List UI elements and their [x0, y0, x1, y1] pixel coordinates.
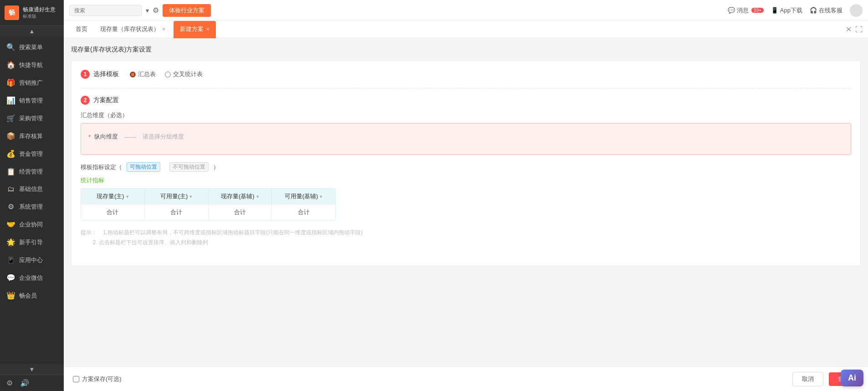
sidebar-item-basic-info[interactable]: 🗂基础信息 [0, 180, 64, 198]
search-dropdown-button[interactable]: ▾ [146, 7, 149, 14]
tab-new-scheme-close[interactable]: × [206, 26, 209, 32]
tab-inventory-close[interactable]: × [162, 26, 165, 32]
sidebar-item-business[interactable]: 📋经营管理 [0, 163, 64, 180]
stats-cell-2: 合计 [209, 205, 272, 220]
section2-num: 2 [81, 96, 90, 105]
sidebar-icon-search: 🔍 [6, 43, 15, 51]
stats-col-3[interactable]: 可用量(基辅)▾ [272, 189, 335, 204]
sidebar-item-member[interactable]: 👑畅会员 [0, 287, 64, 304]
sidebar-item-newbie[interactable]: 🌟新手引导 [0, 233, 64, 251]
tab-home[interactable]: 首页 [69, 21, 94, 38]
stats-col-1[interactable]: 可用量(主)▾ [145, 189, 209, 204]
radio-cross[interactable]: 交叉统计表 [165, 70, 203, 78]
col-chevron-1: ▾ [189, 194, 192, 200]
dim-placeholder[interactable]: 请选择分组维度 [143, 133, 184, 141]
stats-col-0[interactable]: 现存量(主)▾ [81, 189, 145, 204]
sidebar-scroll-up[interactable]: ▲ [0, 26, 64, 36]
tab-home-label: 首页 [76, 25, 87, 33]
search-input[interactable] [69, 5, 142, 16]
sidebar-label-business: 经营管理 [19, 168, 43, 176]
section1-header: 1 选择模板 汇总表 交叉统计表 [81, 70, 851, 79]
radio-cross-input[interactable] [165, 72, 171, 77]
indicator-settings: 模板指标设定（ 可拖动位置 不可拖动位置 ） 统计指标 现存量(主)▾可用量(主… [81, 162, 851, 247]
sidebar-item-finance[interactable]: 💰资金管理 [0, 145, 64, 163]
footer-save-label[interactable]: 方案保存(可选) [73, 375, 122, 383]
sidebar-item-inventory-mgr[interactable]: 📦库存核算 [0, 127, 64, 145]
ai-badge[interactable]: Ai [841, 370, 863, 386]
sidebar-item-marketing[interactable]: 🎁营销推广 [0, 74, 64, 92]
sidebar-item-sales[interactable]: 📊销售管理 [0, 92, 64, 109]
app-download-item[interactable]: 📱 App下载 [771, 6, 802, 15]
sidebar-icon-purchase: 🛒 [6, 114, 15, 123]
radio-summary[interactable]: 汇总表 [130, 70, 156, 78]
dim-arrow: —— [124, 134, 136, 140]
header-right: 💬 消息 99+ 📱 App下载 🎧 在线客服 [728, 4, 863, 17]
window-expand-button[interactable]: ⛶ [855, 26, 863, 34]
messages-item[interactable]: 💬 消息 99+ [728, 6, 764, 15]
sidebar-icon-system: ⚙ [6, 202, 15, 211]
stats-section: 统计指标 现存量(主)▾可用量(主)▾现存量(基辅)▾可用量(基辅)▾ 合计合计… [81, 176, 851, 221]
sidebar-scroll-down[interactable]: ▼ [0, 364, 64, 375]
no-drag-badge: 不可拖动位置 [169, 162, 209, 172]
sidebar-item-search[interactable]: 🔍搜索菜单 [0, 38, 64, 56]
sidebar-icon-business: 📋 [6, 167, 15, 176]
col-chevron-3: ▾ [320, 194, 322, 200]
settings-icon[interactable]: ⚙ [6, 379, 13, 387]
sidebar-label-basic-info: 基础信息 [19, 185, 43, 193]
sidebar-item-wechat[interactable]: 💬企业微信 [0, 269, 64, 287]
indicator-settings-label: 模板指标设定（ 可拖动位置 不可拖动位置 ） [81, 162, 851, 172]
sidebar-label-marketing: 营销推广 [19, 79, 43, 87]
sidebar-item-app-center[interactable]: 📱应用中心 [0, 251, 64, 269]
sidebar-label-enterprise: 企业协同 [19, 221, 43, 229]
phone-icon: 📱 [771, 7, 778, 14]
window-controls: ✕ ⛶ [846, 25, 863, 34]
tips-section: 提示： 1.拖动标题栏可以调整布局，不可跨维度或指标区域拖动标题目字段(只能在同… [81, 228, 851, 247]
stats-col-label-2: 现存量(基辅) [221, 192, 255, 201]
sidebar-icon-app-center: 📱 [6, 256, 15, 264]
headset-icon: 🎧 [810, 7, 817, 14]
tab-new-scheme[interactable]: 新建方案 × [174, 21, 216, 38]
header-settings-button[interactable]: ⚙ [153, 6, 159, 15]
required-star: * [88, 134, 91, 140]
tips-title: 提示： 1.拖动标题栏可以调整布局，不可跨维度或指标区域拖动标题目字段(只能在同… [81, 228, 851, 238]
sidebar-label-inventory-mgr: 库存核算 [19, 132, 43, 140]
sidebar-icon-newbie: 🌟 [6, 238, 15, 247]
sidebar-item-enterprise[interactable]: 🤝企业协同 [0, 216, 64, 233]
sidebar-nav: 🔍搜索菜单🏠快捷导航🎁营销推广📊销售管理🛒采购管理📦库存核算💰资金管理📋经营管理… [0, 36, 64, 364]
indicator-label-prefix: 模板指标设定（ [81, 163, 122, 171]
stats-table-header: 现存量(主)▾可用量(主)▾现存量(基辅)▾可用量(基辅)▾ [81, 189, 335, 204]
sidebar-label-app-center: 应用中心 [19, 256, 43, 264]
sidebar-icon-wechat: 💬 [6, 273, 15, 282]
vertical-dim-label: 纵向维度 [94, 133, 118, 141]
tab-inventory[interactable]: 现存量（库存状况表） × [94, 21, 172, 38]
stats-col-label-3: 可用量(基辅) [285, 192, 318, 201]
top-header: ▾ ⚙ 体验行业方案 💬 消息 99+ 📱 App下载 🎧 在线客服 [64, 0, 868, 21]
radio-cross-label: 交叉统计表 [173, 70, 203, 78]
indicator-label-suffix: ） [213, 163, 219, 171]
radio-summary-input[interactable] [130, 72, 136, 77]
sidebar-bottom: ⚙ 🔊 [0, 375, 64, 391]
stats-cell-1: 合计 [145, 205, 209, 220]
stats-col-label-1: 可用量(主) [160, 192, 188, 201]
user-avatar[interactable] [850, 4, 863, 17]
section-template: 1 选择模板 汇总表 交叉统计表 [81, 70, 851, 79]
stats-col-2[interactable]: 现存量(基辅)▾ [209, 189, 272, 204]
section-divider [81, 88, 851, 88]
tab-inventory-label: 现存量（库存状况表） [100, 25, 159, 33]
sidebar-label-member: 畅会员 [19, 292, 37, 300]
required-dimension-box: * 纵向维度 —— 请选择分组维度 [81, 123, 851, 155]
online-service-item[interactable]: 🎧 在线客服 [810, 6, 842, 15]
save-label-text: 方案保存(可选) [82, 375, 122, 383]
stats-cell-3: 合计 [272, 205, 335, 220]
col-chevron-2: ▾ [256, 194, 259, 200]
trial-button[interactable]: 体验行业方案 [163, 4, 211, 17]
sidebar-item-system[interactable]: ⚙系统管理 [0, 198, 64, 216]
volume-icon[interactable]: 🔊 [20, 379, 29, 387]
window-close-button[interactable]: ✕ [846, 25, 852, 34]
sidebar-item-quick-nav[interactable]: 🏠快捷导航 [0, 56, 64, 74]
logo-icon: 畅 [5, 5, 19, 20]
sidebar-item-purchase[interactable]: 🛒采购管理 [0, 109, 64, 127]
cancel-button[interactable]: 取消 [792, 372, 823, 386]
save-checkbox[interactable] [73, 376, 79, 382]
stats-cell-0: 合计 [81, 205, 145, 220]
